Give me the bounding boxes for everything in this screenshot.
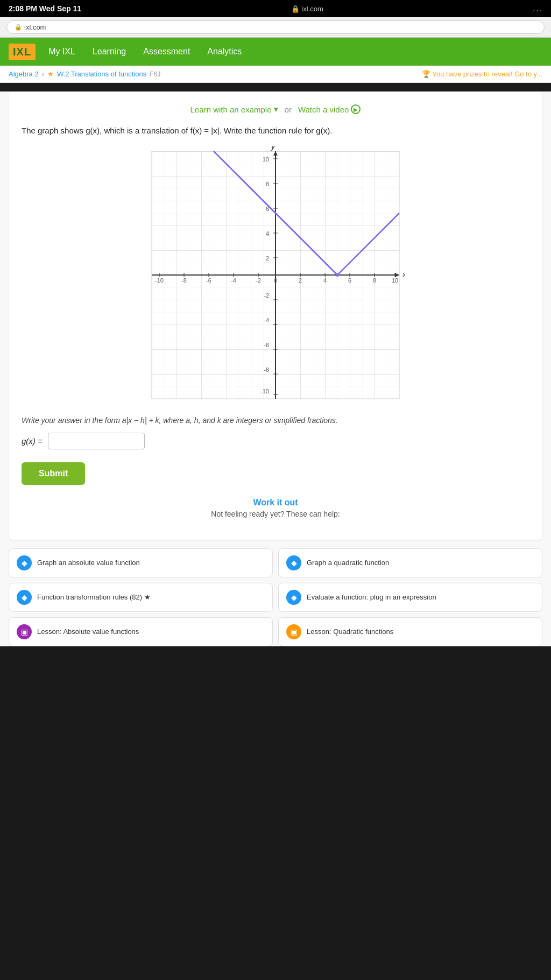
graph-container: x y -10 -8 -6 -4 -2 0 2 4 6 8 10 [22,146,529,404]
svg-text:6: 6 [348,277,351,284]
resource-icon-4: ▣ [17,624,32,639]
problem-text: The graph shows g(x), which is a transla… [22,125,529,137]
nav-my-ixl[interactable]: My IXL [48,45,75,59]
svg-text:-2: -2 [264,292,269,299]
trophy-icon: 🏆 [422,70,430,78]
resource-card-lesson-quad[interactable]: ▣ Lesson: Quadratic functions [278,617,542,646]
svg-text:-8: -8 [181,277,187,284]
nav-links: My IXL Learning Assessment Analytics [48,45,242,59]
coordinate-graph: x y -10 -8 -6 -4 -2 0 2 4 6 8 10 [146,146,405,404]
svg-text:-6: -6 [206,277,211,284]
work-it-out-title: Work it out [22,498,529,507]
resource-card-graph-abs[interactable]: ◆ Graph an absolute value function [9,548,273,577]
problem-container: Learn with an example ▾ or Watch a video… [9,91,542,540]
svg-text:4: 4 [266,230,269,237]
resource-icon-1: ◆ [286,555,301,570]
breadcrumb-section[interactable]: W.2 Translations of functions [57,70,146,78]
url-text: ixl.com [24,23,46,31]
resource-icon-2: ◆ [17,590,32,605]
main-content: Learn with an example ▾ or Watch a video… [0,91,551,646]
breadcrumb-bar: Algebra 2 › ★ W.2 Translations of functi… [0,66,551,83]
play-icon: ▶ [351,104,361,114]
svg-text:10: 10 [263,156,269,163]
svg-text:-10: -10 [155,277,164,284]
url-bar[interactable]: 🔒 ixl.com [6,20,545,34]
svg-text:y: y [271,146,276,151]
prizes-text[interactable]: 🏆 You have prizes to reveal! Go to y... [422,70,542,78]
lock-icon: 🔒 [291,5,300,13]
star-icon: ★ [47,70,54,78]
resource-label-4: Lesson: Absolute value functions [37,628,139,636]
resource-label-5: Lesson: Quadratic functions [307,628,393,636]
svg-text:-4: -4 [231,277,236,284]
resource-label-3: Evaluate a function: plug in an expressi… [307,593,436,601]
answer-section: Write your answer in the form a|x − h| +… [22,415,529,449]
svg-text:-4: -4 [264,317,269,323]
status-bar: 2:08 PM Wed Sep 11 🔒 ixl.com ... [0,0,551,17]
more-icon[interactable]: ... [533,4,542,13]
nav-learning[interactable]: Learning [93,45,126,59]
submit-button[interactable]: Submit [22,462,85,485]
breadcrumb-left: Algebra 2 › ★ W.2 Translations of functi… [9,70,160,78]
resource-icon-0: ◆ [17,555,32,570]
status-url: 🔒 ixl.com [291,5,323,13]
status-time: 2:08 PM Wed Sep 11 [9,4,81,13]
svg-text:2: 2 [299,277,302,284]
resource-card-lesson-abs[interactable]: ▣ Lesson: Absolute value functions [9,617,273,646]
svg-text:8: 8 [266,181,269,187]
svg-text:2: 2 [266,255,269,262]
svg-point-33 [336,273,339,277]
resource-label-0: Graph an absolute value function [37,559,140,567]
work-it-out-subtitle: Not feeling ready yet? These can help: [22,510,529,518]
learn-example-link[interactable]: Learn with an example ▾ [190,104,278,114]
work-it-out: Work it out Not feeling ready yet? These… [22,498,529,518]
svg-text:-10: -10 [260,388,269,394]
breadcrumb-algebra[interactable]: Algebra 2 [9,70,39,78]
svg-text:10: 10 [392,277,398,284]
resource-card-graph-quad[interactable]: ◆ Graph a quadratic function [278,548,542,577]
resource-label-2: Function transformation rules (82) ★ [37,593,151,601]
svg-text:x: x [402,270,405,279]
answer-instruction: Write your answer in the form a|x − h| +… [22,415,529,426]
svg-text:-2: -2 [256,277,261,284]
svg-text:0: 0 [274,277,277,284]
svg-text:-8: -8 [264,366,269,373]
answer-label: g(x) = [22,436,43,446]
answer-row: g(x) = [22,433,529,449]
resource-card-transform[interactable]: ◆ Function transformation rules (82) ★ [9,583,273,612]
svg-text:8: 8 [373,277,376,284]
padlock-icon: 🔒 [15,24,22,31]
browser-bar: 🔒 ixl.com [0,17,551,38]
resource-icon-3: ◆ [286,590,301,605]
resource-label-1: Graph a quadratic function [307,559,389,567]
resource-icon-5: ▣ [286,624,301,639]
nav-assessment[interactable]: Assessment [143,45,190,59]
svg-text:-6: -6 [264,342,269,348]
answer-input[interactable] [48,433,145,449]
nav-analytics[interactable]: Analytics [207,45,242,59]
chevron-down-icon: ▾ [274,104,278,114]
resource-card-evaluate[interactable]: ◆ Evaluate a function: plug in an expres… [278,583,542,612]
or-text: or [285,105,292,114]
svg-text:4: 4 [323,277,327,284]
resources-grid: ◆ Graph an absolute value function ◆ Gra… [9,548,542,646]
ixl-logo[interactable]: IXL [9,44,36,60]
breadcrumb-code: F6J [150,70,160,78]
watch-video-link[interactable]: Watch a video ▶ [298,104,361,114]
example-bar: Learn with an example ▾ or Watch a video… [22,104,529,114]
main-nav: IXL My IXL Learning Assessment Analytics [0,38,551,66]
